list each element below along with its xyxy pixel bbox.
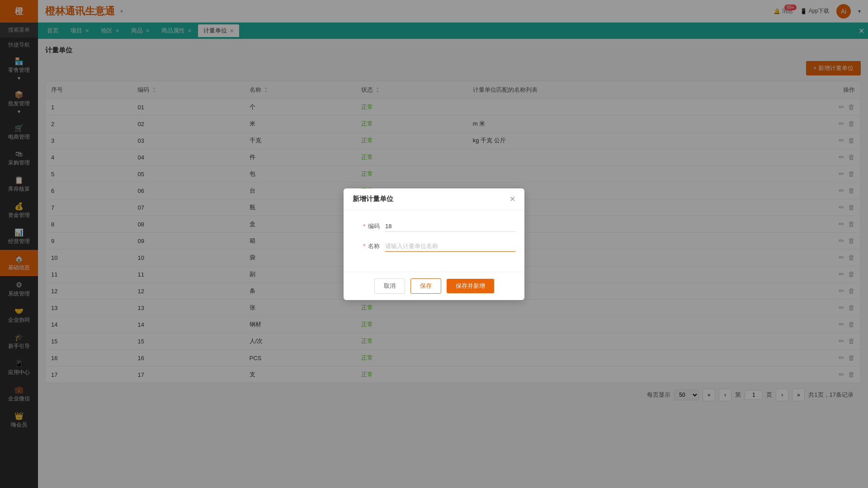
code-input[interactable] xyxy=(385,221,515,232)
save-and-new-button[interactable]: 保存并新增 xyxy=(447,279,494,293)
cancel-button[interactable]: 取消 xyxy=(374,278,405,294)
modal-header: 新增计量单位 ✕ xyxy=(344,188,524,210)
modal-title: 新增计量单位 xyxy=(353,195,393,203)
modal-overlay: 新增计量单位 ✕ * 编码 * 名称 取消 保存 保存并新增 xyxy=(0,0,868,488)
required-mark: * xyxy=(363,243,365,249)
modal-body: * 编码 * 名称 xyxy=(344,210,524,272)
save-button[interactable]: 保存 xyxy=(410,278,441,294)
code-form-row: * 编码 xyxy=(353,221,515,232)
required-mark: * xyxy=(363,223,365,230)
name-form-row: * 名称 xyxy=(353,241,515,252)
modal-footer: 取消 保存 保存并新增 xyxy=(344,272,524,300)
name-input[interactable] xyxy=(385,241,515,252)
code-label: * 编码 xyxy=(353,222,380,230)
modal-close-button[interactable]: ✕ xyxy=(509,195,515,203)
add-unit-modal: 新增计量单位 ✕ * 编码 * 名称 取消 保存 保存并新增 xyxy=(344,188,524,300)
name-label: * 名称 xyxy=(353,242,380,250)
